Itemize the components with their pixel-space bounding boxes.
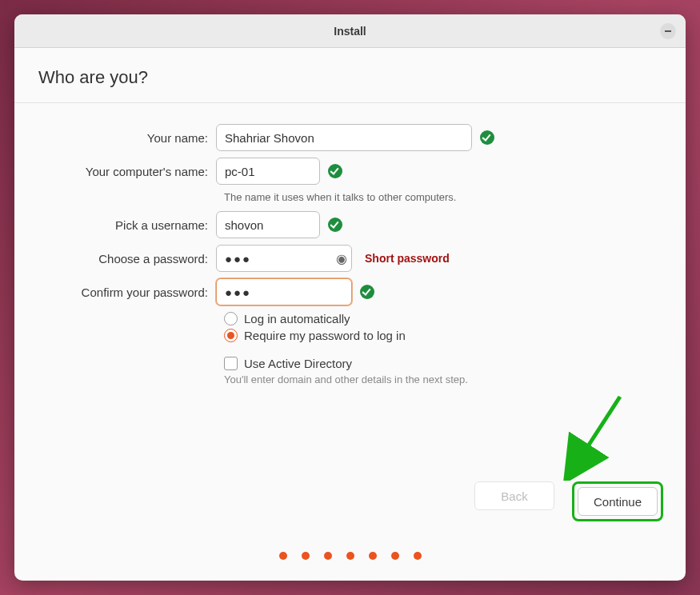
row-name: Your name:: [38, 124, 662, 151]
continue-button[interactable]: Continue: [578, 487, 658, 516]
label-confirm-password: Confirm your password:: [38, 286, 216, 299]
radio-icon: [224, 329, 238, 342]
name-input[interactable]: [216, 124, 472, 151]
titlebar: Install: [14, 14, 686, 48]
label-computer-name: Your computer's name:: [38, 165, 216, 178]
check-icon: [480, 130, 494, 145]
username-input[interactable]: [216, 211, 320, 238]
check-icon: [360, 285, 374, 299]
radio-login-require[interactable]: Require my password to log in: [224, 329, 662, 342]
page-header: Who are you?: [14, 48, 686, 103]
checkbox-label-ad: Use Active Directory: [244, 357, 352, 370]
dot: [414, 552, 422, 560]
progress-dots: [14, 536, 686, 581]
checkbox-active-directory[interactable]: Use Active Directory: [224, 357, 662, 370]
computer-name-input[interactable]: [216, 158, 320, 185]
back-button[interactable]: Back: [474, 481, 554, 510]
radio-label-auto: Log in automatically: [244, 312, 350, 325]
row-confirm-password: Confirm your password:: [38, 278, 662, 305]
row-username: Pick a username:: [38, 211, 662, 238]
row-computer-name: Your computer's name:: [38, 158, 662, 185]
password-strength-label: Short password: [365, 252, 450, 265]
dot: [346, 552, 354, 560]
dot: [369, 552, 377, 560]
minimize-button[interactable]: [660, 23, 676, 39]
check-icon: [328, 218, 342, 232]
eye-icon[interactable]: ◉: [336, 251, 347, 266]
password-input[interactable]: [216, 245, 352, 272]
radio-icon: [224, 312, 238, 325]
dot: [279, 552, 287, 560]
footer-actions: Back Continue: [14, 481, 686, 536]
label-password: Choose a password:: [38, 252, 216, 266]
user-setup-form: Your name: Your computer's name: The nam…: [14, 103, 686, 481]
installer-window: Install Who are you? Your name: Your com…: [14, 14, 686, 581]
back-button-label: Back: [501, 489, 527, 503]
hint-computer-name: The name it uses when it talks to other …: [224, 191, 662, 203]
continue-highlight: Continue: [572, 481, 663, 521]
radio-login-auto[interactable]: Log in automatically: [224, 312, 662, 325]
row-password: Choose a password: ◉ Short password: [38, 245, 662, 272]
label-username: Pick a username:: [38, 218, 216, 232]
check-icon: [328, 164, 342, 178]
page-title: Who are you?: [38, 67, 662, 88]
hint-active-directory: You'll enter domain and other details in…: [224, 373, 662, 385]
radio-label-require: Require my password to log in: [244, 329, 406, 342]
window-title: Install: [334, 25, 366, 38]
checkbox-icon: [224, 357, 238, 370]
confirm-password-input[interactable]: [216, 278, 352, 305]
label-name: Your name:: [38, 131, 216, 145]
continue-button-label: Continue: [594, 495, 642, 509]
dot: [324, 552, 332, 560]
dot: [302, 552, 310, 560]
dot: [391, 552, 399, 560]
